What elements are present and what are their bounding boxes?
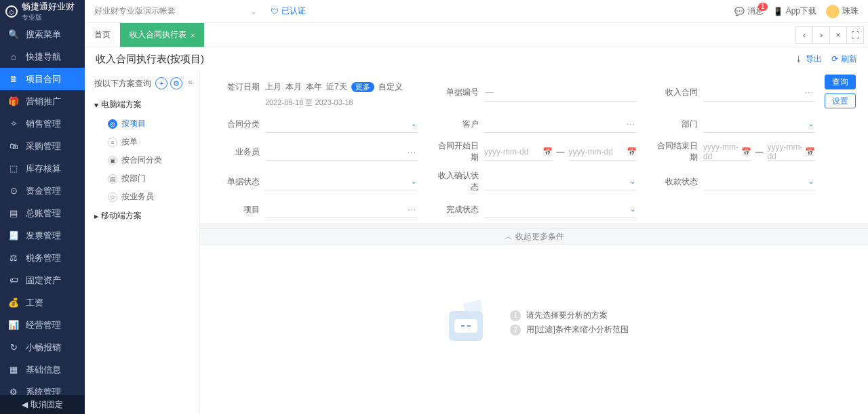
cart-icon: ✧ (8, 119, 19, 129)
info-icon: ▦ (8, 365, 19, 375)
brand-name: 畅捷通好业财 (22, 1, 75, 13)
dataset-selector[interactable]: 好业财专业版演示帐套 ⌄ (94, 5, 257, 17)
ellipsis-icon: ··· (408, 205, 416, 214)
sidebar-item-asset[interactable]: 🏷固定资产 (0, 269, 85, 291)
input-income-contract[interactable]: ··· (703, 84, 815, 102)
empty-illustration-icon (439, 299, 494, 346)
input-project[interactable]: ··· (265, 201, 418, 218)
date-opt-custom[interactable]: 自定义 (378, 81, 403, 93)
chevron-down-icon: ⌄ (250, 7, 257, 16)
date-opt-last-month[interactable]: 上月 (265, 81, 281, 93)
sidebar-item-marketing[interactable]: 🎁营销推广 (0, 90, 85, 112)
page-header: 收入合同执行表(按项目) ⭳导出 ⟳刷新 (85, 47, 868, 70)
sidebar-item-purchase[interactable]: 🛍采购管理 (0, 135, 85, 157)
date-opt-this-year[interactable]: 本年 (306, 81, 322, 93)
phone-icon: 📱 (773, 7, 783, 16)
settings-button[interactable]: 设置 (825, 94, 856, 108)
sidebar-item-project-contract[interactable]: 🗎项目合同 (0, 68, 85, 90)
refresh-button[interactable]: ⟳刷新 (831, 54, 857, 65)
tab-close-icon[interactable]: × (191, 31, 195, 39)
calendar-icon: 📅 (805, 147, 815, 157)
sign-date-range: 2022-09-18 至 2023-03-18 (265, 98, 418, 108)
refresh-icon: ↻ (8, 342, 19, 353)
sidebar-item-reimburse[interactable]: ↻小畅报销 (0, 336, 85, 358)
tab-next-button[interactable]: › (812, 26, 830, 44)
select-finish-status[interactable]: ⌄ (484, 201, 637, 218)
sidebar-item-invoice[interactable]: 🧾发票管理 (0, 224, 85, 247)
scheme-item-by-salesman[interactable]: ☺按业务员 (94, 188, 199, 206)
label-contract-cat: 合同分类 (212, 119, 260, 130)
scheme-item-by-category[interactable]: ▣按合同分类 (94, 151, 199, 169)
topbar: 好业财专业版演示帐套 ⌄ 🛡 已认证 💬 消息 1 📱 App下载 珠珠 (85, 0, 868, 23)
tab-prev-button[interactable]: ‹ (795, 26, 813, 44)
caret-right-icon: ▸ (94, 211, 98, 221)
scheme-item-by-doc[interactable]: ≡按单 (94, 133, 199, 151)
date-opt-more[interactable]: 更多 (351, 82, 374, 92)
range-sep: — (755, 147, 764, 157)
sidebar-item-management[interactable]: 📊经营管理 (0, 314, 85, 336)
step-badge: 1 (510, 310, 521, 321)
input-salesman[interactable]: ··· (265, 143, 418, 161)
scheme-settings-button[interactable]: ⚙ (170, 77, 182, 89)
sidebar-item-fund[interactable]: ⊙资金管理 (0, 180, 85, 202)
step-badge: 2 (510, 325, 521, 335)
scheme-item-by-dept[interactable]: ▤按部门 (94, 169, 199, 188)
sidebar-unpin[interactable]: ◀ 取消固定 (0, 395, 85, 414)
input-customer[interactable]: ··· (484, 115, 637, 133)
select-collect-status[interactable]: ⌄ (703, 173, 815, 190)
export-button[interactable]: ⭳导出 (795, 54, 822, 65)
chevron-up-icon: ︿ (505, 231, 513, 243)
date-opt-7days[interactable]: 近7天 (326, 81, 347, 93)
tab-close-button[interactable]: × (829, 26, 847, 44)
scheme-add-button[interactable]: + (155, 77, 167, 89)
chevron-down-icon: ⌄ (808, 120, 814, 127)
scheme-item-by-project[interactable]: ◎按项目 (94, 115, 199, 133)
select-dept[interactable]: ⌄ (703, 115, 815, 133)
search-icon: 🔍 (8, 29, 19, 40)
tabs-row: 首页 收入合同执行表 × ‹ › × ⛶ (85, 23, 868, 47)
shield-icon: 🛡 (271, 7, 279, 16)
sidebar-item-ledger[interactable]: ▤总账管理 (0, 202, 85, 224)
page-title: 收入合同执行表(按项目) (96, 53, 204, 66)
ledger-icon: ▤ (8, 208, 19, 219)
label-collect-status: 收款状态 (650, 176, 698, 188)
messages-button[interactable]: 💬 消息 1 (734, 5, 764, 17)
tab-controls: ‹ › × ⛶ (796, 26, 868, 44)
sidebar-item-sales[interactable]: ✧销售管理 (0, 112, 85, 135)
label-income-confirm: 收入确认状态 (431, 170, 479, 193)
salary-icon: 💰 (8, 297, 19, 308)
scheme-title: 按以下方案查询 (94, 78, 151, 89)
label-start-date: 合同开始日期 (431, 140, 479, 163)
select-doc-status[interactable]: ⌄ (265, 173, 418, 190)
pin-icon: ◀ (22, 400, 28, 409)
user-menu[interactable]: 珠珠 (826, 5, 859, 18)
content-wrap: 签订日期 上月 本月 本年 近7天 更多 自定义 2022-09-18 至 20… (200, 70, 868, 414)
input-doc-no[interactable]: — (484, 84, 637, 102)
input-end-date-range[interactable]: yyyy-mm-dd📅 — yyyy-mm-dd📅 (703, 143, 815, 161)
select-contract-cat[interactable]: ⌄ (265, 115, 418, 133)
scheme-group-mobile[interactable]: ▸移动端方案 (94, 206, 199, 226)
label-project: 项目 (212, 204, 260, 215)
asset-icon: 🏷 (8, 275, 19, 286)
scheme-group-pc[interactable]: ▾电脑端方案 (94, 95, 199, 115)
date-opt-this-month[interactable]: 本月 (285, 81, 302, 93)
input-start-date-range[interactable]: yyyy-mm-dd📅 — yyyy-mm-dd📅 (484, 143, 637, 161)
box-icon: ⬚ (8, 163, 19, 174)
sidebar-item-tax[interactable]: ⚖税务管理 (0, 247, 85, 269)
query-button[interactable]: 查询 (825, 75, 856, 89)
tab-income-contract-exec[interactable]: 收入合同执行表 × (120, 23, 204, 47)
collapse-filters-button[interactable]: ︿ 收起更多条件 (200, 228, 868, 245)
fullscreen-button[interactable]: ⛶ (846, 26, 864, 44)
sidebar-item-search[interactable]: 🔍搜索菜单 (0, 23, 85, 45)
scheme-collapse-button[interactable]: « (188, 77, 193, 89)
sidebar-item-basic[interactable]: ▦基础信息 (0, 358, 85, 381)
sidebar-item-inventory[interactable]: ⬚库存核算 (0, 157, 85, 180)
sidebar-item-quicknav[interactable]: ⌂快捷导航 (0, 45, 85, 68)
sidebar-item-salary[interactable]: 💰工资 (0, 291, 85, 314)
target-icon: ◎ (108, 119, 117, 129)
filter-grid: 签订日期 上月 本月 本年 近7天 更多 自定义 2022-09-18 至 20… (200, 70, 868, 219)
app-download-button[interactable]: 📱 App下载 (773, 5, 816, 17)
coin-icon: ⊙ (8, 186, 19, 196)
select-income-confirm[interactable]: ⌄ (484, 173, 637, 190)
tab-home[interactable]: 首页 (85, 23, 120, 47)
